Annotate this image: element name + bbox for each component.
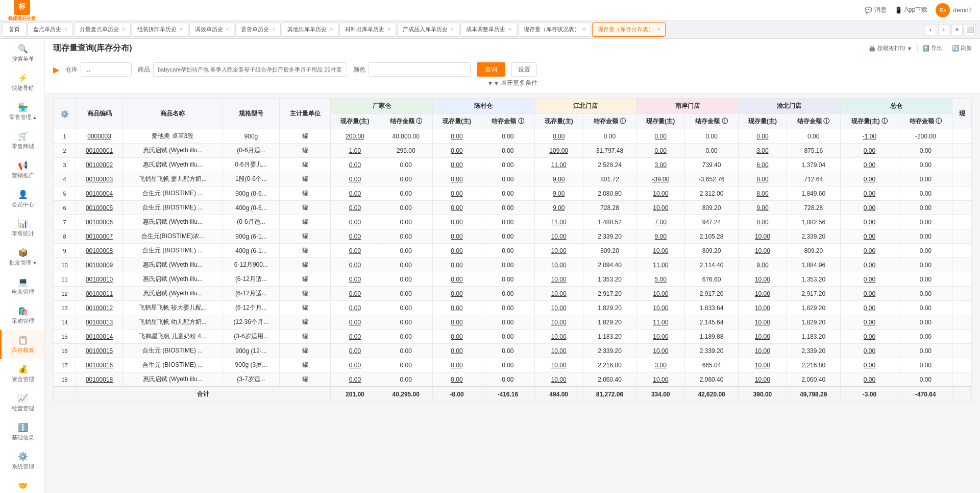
table-cell: 400g (6-1...	[223, 244, 280, 258]
sidebar-item-operations[interactable]: 📈 经营管理	[0, 388, 44, 417]
sidebar-item-retail[interactable]: 🏪 零售管理 ▲	[0, 97, 44, 126]
close-icon[interactable]: ×	[272, 27, 275, 32]
sidebar-item-finance[interactable]: 💰 资金管理	[0, 359, 44, 388]
tab-nav-expand[interactable]: ⬜	[965, 24, 976, 35]
app-download-btn[interactable]: 📱 App下载	[895, 6, 927, 14]
table-cell: 0.00	[433, 201, 481, 215]
close-icon[interactable]: ×	[657, 27, 660, 32]
collapse-arrow[interactable]: ▶	[53, 65, 59, 75]
print-button[interactable]: 🖨️ 按模板打印 ▼	[869, 44, 913, 52]
sidebar-item-member[interactable]: 👤 会员中心	[0, 184, 44, 214]
table-cell: 0.00	[433, 272, 481, 287]
table-cell: 0.00	[481, 144, 535, 158]
close-icon[interactable]: ×	[64, 27, 67, 32]
table-cell: 0.00	[840, 201, 899, 215]
sidebar-item-quicknav[interactable]: ⚡ 快捷导航	[0, 68, 44, 97]
tab-assembledisassemble[interactable]: 组装拆卸单历史 ×	[132, 22, 188, 37]
table-row: 1500100014飞鹤星飞帆 儿童奶粉 4...(3-6岁适用...罐0.00…	[54, 330, 972, 344]
table-cell: 0.00	[433, 229, 481, 244]
tab-nav-next[interactable]: ›	[938, 24, 949, 35]
table-cell	[952, 186, 972, 201]
sidebar-label-system: 系统管理	[12, 463, 34, 471]
close-icon[interactable]: ×	[226, 27, 229, 32]
warehouse-input[interactable]	[81, 62, 132, 77]
settings-icon[interactable]: ⚙️	[60, 110, 69, 118]
footer-cell: 42,620.08	[685, 387, 739, 402]
wholesale-icon: 📦	[18, 248, 28, 257]
th-jiangbei-amount: 结存金额 ⓘ	[583, 114, 636, 129]
tab-stockdist[interactable]: 现存量（库存分布表） ×	[592, 22, 666, 37]
user-area[interactable]: Ea demo2	[936, 3, 972, 17]
color-input[interactable]	[369, 62, 471, 77]
footer-row: 合计201.0040,295.00-8.00-416.16494.0081,27…	[54, 387, 972, 402]
th-yubei-group: 渝北门店	[738, 99, 840, 114]
tab-purchaseorder[interactable]: 要货单历史 ×	[235, 22, 281, 37]
refresh-button[interactable]: 🔄 刷新	[952, 44, 972, 52]
expand-conditions-btn[interactable]: ▼▼ 展开更多条件	[487, 79, 538, 87]
message-btn[interactable]: 💬 消息	[865, 6, 887, 14]
export-button[interactable]: ⬆️ 导出	[922, 44, 942, 52]
close-icon[interactable]: ×	[451, 27, 454, 32]
tab-transfer[interactable]: 调拨单历史 ×	[189, 22, 235, 37]
sidebar-item-wholesale[interactable]: 📦 批发管理 ▼	[0, 243, 44, 272]
table-cell: 0.00	[379, 301, 433, 315]
sidebar-item-purchase[interactable]: 🛍️ 采购管理	[0, 301, 44, 330]
tab-fracstock[interactable]: 分量盘点单历史 ×	[74, 22, 131, 37]
table-cell: 10.00	[636, 330, 685, 344]
table-cell: 合生元 (BIOSTIME) ...	[122, 186, 223, 201]
close-icon[interactable]: ×	[330, 27, 333, 32]
table-cell: 飞鹤星飞帆 婴儿配方奶...	[122, 172, 223, 186]
table-container[interactable]: ⚙️ 商品编码 商品名称 规格型号 主计量单位 厂家仓 陈村仓 江北门店 南岸门…	[45, 94, 980, 493]
close-icon[interactable]: ×	[122, 27, 125, 32]
table-cell: 0.00	[481, 229, 535, 244]
tab-stocklist[interactable]: 盘点单历史 ×	[28, 22, 73, 37]
tab-costadj[interactable]: 成本调整单历史 ×	[460, 22, 517, 37]
th-settings[interactable]: ⚙️	[54, 99, 76, 129]
sidebar-item-inventory[interactable]: 📋 库存核算	[0, 330, 44, 359]
sidebar-item-ecommerce[interactable]: 💻 电商管理	[0, 272, 44, 301]
tab-home[interactable]: 首页	[2, 22, 27, 37]
table-cell: 900g (3岁...	[223, 358, 280, 372]
table-cell: 0.00	[840, 287, 899, 301]
close-icon[interactable]: ×	[508, 27, 511, 32]
table-cell: 0.00	[433, 258, 481, 272]
table-cell: 3.00	[636, 158, 685, 172]
table-cell: 惠氏启赋 (Wyeth illu...	[122, 287, 223, 301]
table-cell: 1,833.64	[685, 301, 739, 315]
search-button[interactable]: 查询	[477, 62, 505, 77]
table-cell: 295.00	[379, 144, 433, 158]
th-jiangbei-group: 江北门店	[534, 99, 636, 114]
table-cell	[952, 344, 972, 358]
tab-otherout[interactable]: 其他出库单历史 ×	[282, 22, 338, 37]
tab-materialout[interactable]: 材料出库单历史 ×	[339, 22, 396, 37]
close-icon[interactable]: ×	[387, 27, 390, 32]
close-icon[interactable]: ×	[583, 27, 586, 32]
sidebar-item-enterprise[interactable]: 🤝 企业协同	[0, 476, 44, 493]
tab-nav-close[interactable]: ×	[951, 24, 963, 35]
table-cell: 400g (0-6...	[223, 201, 280, 215]
table-cell	[952, 172, 972, 186]
sidebar-item-basic[interactable]: ℹ️ 基础信息	[0, 417, 44, 447]
sidebar-item-system[interactable]: ⚙️ 系统管理	[0, 447, 44, 476]
setting-button[interactable]: 设置	[511, 62, 537, 77]
table-cell: 7	[54, 215, 76, 229]
footer-cell: 81,272.06	[583, 387, 636, 402]
sidebar-item-retailshop[interactable]: 🛒 零售商城	[0, 126, 44, 155]
footer-cell: 201.00	[331, 387, 379, 402]
sidebar-label-quicknav: 快捷导航	[12, 84, 34, 92]
table-cell: 0.00	[840, 172, 899, 186]
tab-nav-prev[interactable]: ‹	[925, 24, 936, 35]
sidebar-item-marketing[interactable]: 📢 营销推广	[0, 155, 44, 184]
main-content: 现存量查询(库存分布) 🖨️ 按模板打印 ▼ | ⬆️ 导出 | 🔄 刷新	[45, 39, 980, 493]
table-cell: 0.00	[379, 372, 433, 387]
tab-stocktable[interactable]: 现存量（库存状况表） ×	[518, 22, 592, 37]
sidebar-item-retailstat[interactable]: 📊 零售统计	[0, 214, 44, 243]
product-input[interactable]	[153, 62, 347, 77]
tab-productin[interactable]: 产成品入库单历史 ×	[397, 22, 459, 37]
table-row: 300100002惠氏启赋 (Wyeth illu...0-6月婴儿...罐0.…	[54, 158, 972, 172]
th-code: 商品编码	[76, 99, 123, 129]
sidebar-item-search[interactable]: 🔍 搜索英单	[0, 39, 44, 68]
close-icon[interactable]: ×	[180, 27, 183, 32]
search-icon: 🔍	[18, 44, 28, 54]
purchase-icon: 🛍️	[18, 306, 28, 316]
